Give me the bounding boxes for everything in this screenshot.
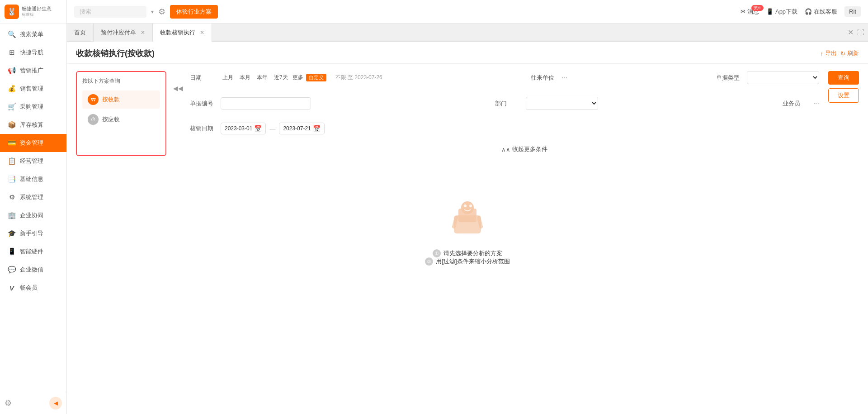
header-dropdown-icon[interactable]: ▾ (151, 9, 154, 15)
search-placeholder-text: 搜索 (80, 8, 91, 16)
message-button[interactable]: ✉ 消息 99+ (741, 8, 759, 16)
write-off-start-input[interactable]: 2023-03-01 📅 (221, 123, 266, 134)
query-button[interactable]: 查询 (828, 71, 859, 85)
dept-field: 部门 (495, 97, 598, 110)
date-no-limit: 不限 至 2023-07-26 (335, 74, 382, 81)
export-button[interactable]: ↑ 导出 (821, 49, 837, 57)
app-download-button[interactable]: 📱 App下载 (766, 8, 797, 16)
dept-select[interactable] (526, 97, 598, 110)
date-last-month[interactable]: 上月 (221, 73, 235, 82)
sidebar-item-enterprise[interactable]: 🏢 企业协同 (0, 206, 66, 224)
page-title: 收款核销执行(按收款) (76, 48, 155, 59)
sidebar-item-purchase[interactable]: 🛒 采购管理 (0, 98, 66, 116)
sidebar-item-guide[interactable]: 🎓 新手引导 (0, 224, 66, 243)
sidebar-item-search[interactable]: 🔍 搜索菜单 (0, 25, 66, 43)
content-header: 收款核销执行(按收款) ↑ 导出 ↻ 刷新 (67, 42, 868, 64)
logo-badge: 标准版 (22, 12, 52, 18)
date-custom-badge[interactable]: 自定义 (306, 74, 326, 81)
date-more[interactable]: 更多 (292, 74, 303, 81)
date-this-month[interactable]: 本月 (238, 73, 252, 82)
sidebar-label-quick-nav: 快捷导航 (20, 48, 43, 57)
svg-point-4 (469, 205, 472, 207)
sidebar-item-finance[interactable]: 💳 资金管理 (0, 134, 66, 152)
app-label: App下载 (775, 8, 797, 16)
sidebar-item-marketing[interactable]: 📢 营销推广 (0, 62, 66, 80)
svg-point-3 (464, 205, 467, 207)
date-shortcuts-group: 上月 本月 本年 近7天 更多 自定义 (221, 73, 326, 82)
service-button[interactable]: 🎧 在线客服 (805, 8, 837, 16)
sidebar-item-operation[interactable]: 📋 经营管理 (0, 152, 66, 170)
date-this-year[interactable]: 本年 (255, 73, 269, 82)
sidebar-collapse-button[interactable]: ◀ (49, 397, 62, 409)
sidebar-item-system[interactable]: ⚙ 系统管理 (0, 188, 66, 206)
sidebar-item-sales[interactable]: 💰 销售管理 (0, 80, 66, 98)
tab-prepay[interactable]: 预付冲应付单 ✕ (94, 24, 153, 42)
date-7days[interactable]: 近7天 (272, 73, 290, 82)
step-2-num: ② (425, 257, 433, 266)
sidebar-item-quick-nav[interactable]: ⊞ 快捷导航 (0, 43, 66, 62)
unit-dots[interactable]: ··· (561, 74, 567, 82)
marketing-icon: 📢 (7, 66, 16, 75)
filter-scheme-panel: 按以下方案查询 ₩ 按收款 ⏱ 按应收 (76, 71, 166, 156)
sidebar-label-operation: 经营管理 (20, 157, 43, 165)
sidebar-label-marketing: 营销推广 (20, 67, 43, 75)
write-off-end-calendar-icon[interactable]: 📅 (313, 125, 321, 132)
sidebar-label-search: 搜索菜单 (20, 30, 43, 38)
sidebar-item-inventory[interactable]: 📦 库存核算 (0, 116, 66, 134)
export-label: 导出 (825, 49, 837, 57)
filter-option-by-receivable[interactable]: ⏱ 按应收 (82, 110, 160, 128)
tab-close-all-icon[interactable]: ✕ (848, 28, 854, 37)
logo-text: 畅捷通好生意 (22, 5, 52, 12)
filter-option-by-collection[interactable]: ₩ 按收款 (82, 90, 160, 109)
sidebar-label-inventory: 库存核算 (20, 121, 43, 129)
tab-collection[interactable]: 收款核销执行 ✕ (153, 24, 212, 42)
staff-dots[interactable]: ··· (813, 100, 819, 108)
collapse-more-btn[interactable]: ∧∧ 收起更多条件 (190, 143, 859, 156)
empty-illustration (443, 190, 492, 240)
sidebar-label-guide: 新手引导 (20, 229, 43, 238)
filter-row-1: 日期 上月 本月 本年 近7天 更多 自定义 (190, 71, 819, 84)
filter-row-3: 核销日期 2023-03-01 📅 — 2023-07-21 📅 (190, 123, 819, 134)
filter-action-buttons: 查询 设置 (828, 71, 859, 103)
tab-expand-icon[interactable]: ⛶ (857, 29, 864, 37)
doc-no-field: 单据编号 (190, 97, 311, 109)
user-info[interactable]: Rit (844, 6, 861, 17)
refresh-button[interactable]: ↻ 刷新 (840, 49, 859, 57)
doc-type-select[interactable] (747, 71, 819, 84)
tab-home[interactable]: 首页 (67, 24, 94, 42)
filter-panel: 按以下方案查询 ₩ 按收款 ⏱ 按应收 ◀◀ (67, 64, 868, 163)
header-gear-icon[interactable]: ⚙ (158, 7, 165, 17)
system-icon: ⚙ (7, 193, 16, 202)
operation-icon: 📋 (7, 157, 16, 166)
solution-button[interactable]: 体验行业方案 (170, 5, 218, 19)
sidebar-label-basic: 基础信息 (20, 175, 43, 183)
unit-field: 往来单位 ··· (531, 74, 567, 82)
tab-home-label: 首页 (74, 29, 86, 37)
empty-step-2: ② 用[过滤]条件来缩小分析范围 (425, 257, 509, 266)
write-off-end-input[interactable]: 2023-07-21 📅 (279, 123, 324, 134)
logo-icon: 🐰 (5, 5, 19, 19)
header-right: ✉ 消息 99+ 📱 App下载 🎧 在线客服 Rit (741, 6, 861, 17)
tab-collection-close[interactable]: ✕ (200, 29, 204, 36)
sidebar-footer: ⚙ ◀ (0, 392, 66, 414)
tab-prepay-close[interactable]: ✕ (141, 29, 145, 36)
scheme-panel-title: 按以下方案查询 (82, 77, 160, 85)
sidebar-item-basic[interactable]: 📑 基础信息 (0, 170, 66, 188)
guide-icon: 🎓 (7, 229, 16, 238)
filter-panel-collapse-btn[interactable]: ◀◀ (174, 75, 183, 102)
sidebar-item-hardware[interactable]: 📱 智能硬件 (0, 243, 66, 261)
doc-no-input[interactable] (221, 97, 311, 109)
header-search-bar[interactable]: 搜索 (74, 6, 146, 18)
sidebar-label-wechat: 企业微信 (20, 266, 43, 274)
sidebar-item-wechat[interactable]: 💬 企业微信 (0, 261, 66, 279)
write-off-start-value: 2023-03-01 (225, 125, 252, 132)
unit-label: 往来单位 (531, 74, 558, 82)
step-1-num: ① (433, 249, 441, 257)
date-label: 日期 (190, 74, 217, 82)
sidebar-item-vip[interactable]: V 畅会员 (0, 279, 66, 297)
settings-icon[interactable]: ⚙ (5, 398, 12, 408)
filter-settings-button[interactable]: 设置 (828, 88, 859, 103)
write-off-start-calendar-icon[interactable]: 📅 (254, 125, 262, 132)
search-icon: 🔍 (7, 30, 16, 39)
sidebar-label-finance: 资金管理 (20, 139, 43, 147)
